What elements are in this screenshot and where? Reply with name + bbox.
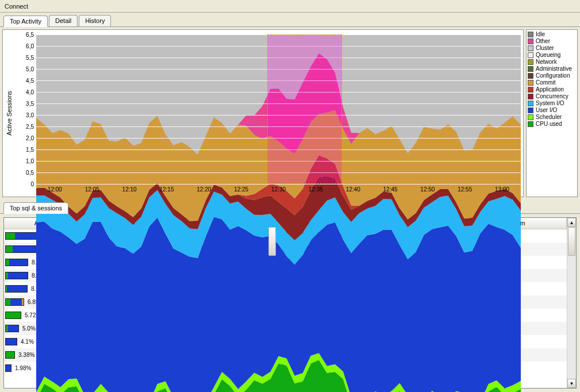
scroll-track[interactable] <box>268 227 276 379</box>
scroll-down-icon[interactable]: ▼ <box>567 379 576 388</box>
scroll-thumb[interactable] <box>268 227 276 256</box>
bar-segment <box>8 272 28 279</box>
x-tick: 12:45 <box>383 186 398 193</box>
tab-detail[interactable]: Detail <box>49 15 78 26</box>
legend-swatch <box>528 87 533 93</box>
tab-history[interactable]: History <box>79 15 111 26</box>
x-tick: 12:05 <box>85 186 99 193</box>
bar-segment <box>6 352 14 358</box>
activity-bar <box>5 325 19 332</box>
legend-swatch <box>528 32 533 37</box>
legend-item-user-i-o[interactable]: User I/O <box>528 107 576 113</box>
legend-item-commit[interactable]: Commit <box>528 79 576 86</box>
x-tick: 12:00 <box>48 186 62 193</box>
y-tick: 2,0 <box>26 135 34 141</box>
y-tick: 5,5 <box>26 55 34 61</box>
legend-item-concurrency[interactable]: Concurrency <box>528 93 576 99</box>
bar-segment <box>6 246 13 252</box>
legend-label: CPU used <box>536 121 562 127</box>
scroll-up-icon[interactable]: ▲ <box>567 218 576 227</box>
x-tick: 12:30 <box>271 186 286 193</box>
main-tabs: Top ActivityDetailHistory <box>0 13 580 27</box>
gridline <box>36 184 521 185</box>
legend-label: System I/O <box>536 100 564 106</box>
y-tick: 4,0 <box>26 89 34 95</box>
x-tick: 12:50 <box>420 186 435 193</box>
legend-item-cpu-used[interactable]: CPU used <box>528 121 576 127</box>
activity-pct: 3.38% <box>18 352 34 358</box>
legend-swatch <box>528 114 533 120</box>
activity-bar <box>5 298 24 306</box>
activity-bar <box>5 285 28 293</box>
activity-bar <box>5 312 21 319</box>
activity-bar <box>5 338 17 345</box>
legend-item-scheduler[interactable]: Scheduler <box>528 114 576 120</box>
bar-segment <box>6 233 15 239</box>
legend-label: Idle <box>536 31 545 37</box>
y-tick: 1,0 <box>26 158 34 164</box>
legend-swatch <box>528 101 533 106</box>
tab-top-sql-sessions[interactable]: Top sql & sessions <box>3 202 68 214</box>
activity-pct: 1.98% <box>15 365 31 371</box>
legend-label: Configuration <box>536 72 570 79</box>
scroll-track[interactable] <box>567 227 576 379</box>
bar-segment <box>8 325 18 332</box>
legend-swatch <box>528 94 533 99</box>
legend-swatch <box>528 59 533 65</box>
legend-item-queueing[interactable]: Queueing <box>528 52 576 58</box>
y-tick: 5,0 <box>26 66 34 72</box>
activity-bar <box>5 364 11 372</box>
legend-item-system-i-o[interactable]: System I/O <box>528 100 576 106</box>
y-tick: 6,5 <box>26 32 34 38</box>
y-tick: 4,5 <box>26 78 34 84</box>
bar-segment <box>6 312 21 318</box>
x-tick: 12:15 <box>159 186 174 193</box>
legend: IdleOtherClusterQueueingNetworkAdministr… <box>526 29 578 197</box>
legend-label: Network <box>536 59 557 65</box>
scrollbar[interactable]: ▲ ▼ <box>567 218 576 388</box>
selection-overlay[interactable] <box>267 34 342 184</box>
bar-segment <box>22 299 24 305</box>
scroll-thumb[interactable] <box>568 227 575 256</box>
legend-label: Concurrency <box>536 93 569 99</box>
header-title: Connect <box>5 3 28 10</box>
activity-pct: 5.0% <box>22 325 36 332</box>
legend-item-cluster[interactable]: Cluster <box>528 45 576 51</box>
legend-item-other[interactable]: Other <box>528 38 576 44</box>
bar-segment <box>6 365 11 371</box>
bar-segment <box>6 339 17 345</box>
y-tick: 1,5 <box>26 147 34 153</box>
bar-segment <box>7 286 27 292</box>
legend-swatch <box>528 107 533 113</box>
y-axis-label-wrap: Active Sessions <box>3 30 16 197</box>
scrollbar[interactable]: ▲ ▼ <box>267 218 276 388</box>
legend-label: Application <box>536 86 564 93</box>
legend-label: Cluster <box>536 45 554 51</box>
x-tick: 13:00 <box>495 186 509 193</box>
y-tick: 0,5 <box>26 170 34 176</box>
legend-label: Scheduler <box>536 114 562 120</box>
legend-swatch <box>528 73 533 79</box>
legend-label: Commit <box>536 79 555 86</box>
legend-swatch <box>528 66 533 72</box>
tab-top-activity[interactable]: Top Activity <box>3 16 48 27</box>
legend-label: Administrative <box>536 66 572 72</box>
legend-label: Other <box>536 38 550 44</box>
legend-swatch <box>528 45 533 51</box>
legend-swatch <box>528 80 533 86</box>
y-tick: 0 <box>30 181 34 187</box>
legend-item-administrative[interactable]: Administrative <box>528 66 576 72</box>
y-axis-label: Active Sessions <box>6 91 13 136</box>
bar-segment <box>6 299 10 305</box>
activity-bar <box>5 272 28 279</box>
legend-item-application[interactable]: Application <box>528 86 576 93</box>
legend-label: Queueing <box>536 52 560 58</box>
legend-item-configuration[interactable]: Configuration <box>528 72 576 79</box>
y-tick: 2,5 <box>26 124 34 130</box>
legend-item-idle[interactable]: Idle <box>528 31 576 37</box>
legend-swatch <box>528 39 533 44</box>
chart-plot[interactable]: 00,51,01,52,02,53,03,54,04,55,05,56,06,5… <box>36 34 521 184</box>
legend-item-network[interactable]: Network <box>528 59 576 65</box>
y-tick: 3,0 <box>26 112 34 118</box>
y-tick: 6,0 <box>26 43 34 49</box>
